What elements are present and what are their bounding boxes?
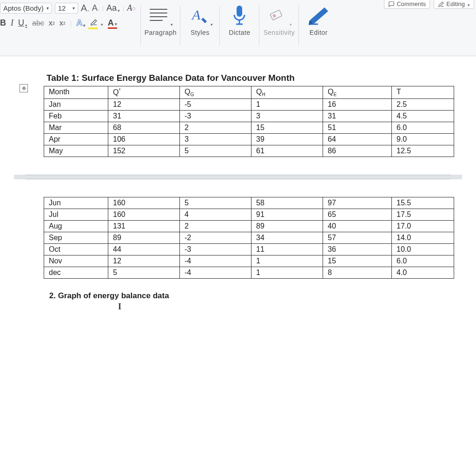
table-cell[interactable]: 3 (251, 111, 323, 122)
table-cell[interactable]: Jan (44, 99, 108, 111)
table-cell[interactable]: 36 (323, 244, 392, 255)
table-cell[interactable]: 15.5 (392, 197, 454, 209)
table-cell[interactable]: 2 (180, 221, 251, 232)
font-size-selector[interactable]: 12 ▾ (55, 3, 78, 13)
table-cell[interactable]: 12 (108, 255, 180, 267)
table-row[interactable]: Oct44-3113610.0 (44, 244, 454, 255)
table-cell[interactable]: 31 (323, 111, 392, 122)
table-row[interactable]: dec5-4184.0 (44, 267, 454, 279)
table-cell[interactable]: Oct (44, 244, 108, 255)
table-cell[interactable]: -4 (180, 267, 251, 279)
table-cell[interactable]: 152 (108, 145, 180, 157)
table-cell[interactable]: 17.0 (392, 221, 454, 232)
highlight-color-button[interactable]: ▾ (90, 19, 103, 28)
table-cell[interactable]: 2 (180, 122, 251, 134)
text-effects-button[interactable]: A▾ (76, 18, 86, 28)
table-row[interactable]: Jan12-51162.5 (44, 99, 454, 111)
table-cell[interactable]: 3 (180, 134, 251, 145)
table-cell[interactable]: 58 (251, 197, 323, 209)
table-cell[interactable]: 2.5 (392, 99, 454, 111)
bold-button[interactable]: B (0, 18, 6, 28)
table-cell[interactable]: 68 (108, 122, 180, 134)
document-canvas[interactable]: Table 1: Surface Energy Balance Data for… (0, 56, 476, 471)
table-cell[interactable]: 5 (108, 267, 180, 279)
table-cell[interactable]: 31 (108, 111, 180, 122)
increase-font-size-button[interactable]: A^ (81, 3, 89, 13)
font-color-button[interactable]: A▾ (108, 18, 117, 28)
table-cell[interactable]: 4.5 (392, 111, 454, 122)
table-cell[interactable]: Apr (44, 134, 108, 145)
underline-button[interactable]: U▾ (18, 18, 27, 28)
table-cell[interactable]: Aug (44, 221, 108, 232)
italic-button[interactable]: I (11, 18, 13, 28)
table-cell[interactable]: 15 (323, 255, 392, 267)
table-cell[interactable]: 16 (323, 99, 392, 111)
table-row[interactable]: Nov12-41156.0 (44, 255, 454, 267)
energy-balance-table-1[interactable]: MonthQ*QGQHQETJan12-51162.5Feb31-33314.5… (44, 86, 454, 157)
table-cell[interactable]: 11 (251, 244, 323, 255)
table-cell[interactable]: 10.0 (392, 244, 454, 255)
change-case-button[interactable]: Aa ▾ (106, 3, 120, 13)
table-cell[interactable]: 1 (251, 99, 323, 111)
table-cell[interactable]: May (44, 145, 108, 157)
table-cell[interactable]: -4 (180, 255, 251, 267)
table-cell[interactable]: 97 (323, 197, 392, 209)
table-row[interactable]: Mar68215516.0 (44, 122, 454, 134)
table-cell[interactable]: 40 (323, 221, 392, 232)
table-cell[interactable]: -5 (180, 99, 251, 111)
table-cell[interactable]: Mar (44, 122, 108, 134)
table-cell[interactable]: -3 (180, 111, 251, 122)
table-cell[interactable]: 15 (251, 122, 323, 134)
table-cell[interactable]: 14.0 (392, 232, 454, 244)
table-cell[interactable]: 6.0 (392, 122, 454, 134)
table-cell[interactable]: 4.0 (392, 267, 454, 279)
decrease-font-size-button[interactable]: Aˇ (92, 3, 99, 13)
table-cell[interactable]: 64 (323, 134, 392, 145)
table-cell[interactable]: 8 (323, 267, 392, 279)
table-cell[interactable]: 89 (251, 221, 323, 232)
table-row[interactable]: May1525618612.5 (44, 145, 454, 157)
table-cell[interactable]: 9.0 (392, 134, 454, 145)
table-cell[interactable]: 106 (108, 134, 180, 145)
table-cell[interactable]: 160 (108, 209, 180, 221)
table-row[interactable]: Feb31-33314.5 (44, 111, 454, 122)
table-cell[interactable]: 91 (251, 209, 323, 221)
table-cell[interactable]: 12 (108, 99, 180, 111)
dictate-button[interactable]: Dictate (220, 3, 259, 54)
table-cell[interactable]: 44 (108, 244, 180, 255)
table-cell[interactable]: 17.5 (392, 209, 454, 221)
editing-mode-button[interactable]: Editing ▾ (434, 0, 474, 9)
table-cell[interactable]: 65 (323, 209, 392, 221)
table-cell[interactable]: 1 (251, 255, 323, 267)
table-cell[interactable]: Jun (44, 197, 108, 209)
table-cell[interactable]: 89 (108, 232, 180, 244)
table-cell[interactable]: 160 (108, 197, 180, 209)
table-cell[interactable]: 86 (323, 145, 392, 157)
table-row[interactable]: Jun1605589715.5 (44, 197, 454, 209)
table-cell[interactable]: 61 (251, 145, 323, 157)
subscript-button[interactable]: x2 (49, 19, 55, 27)
font-family-selector[interactable]: Aptos (Body) ▾ (0, 3, 52, 13)
table-cell[interactable]: 4 (180, 209, 251, 221)
energy-balance-table-2[interactable]: Jun1605589715.5Jul1604916517.5Aug1312894… (44, 197, 454, 279)
table-move-handle-icon[interactable]: ✥ (20, 84, 28, 92)
table-cell[interactable]: 39 (251, 134, 323, 145)
table-cell[interactable]: 6.0 (392, 255, 454, 267)
styles-button[interactable]: A ▾ Styles (180, 3, 219, 54)
table-cell[interactable]: -3 (180, 244, 251, 255)
table-cell[interactable]: 5 (180, 197, 251, 209)
table-cell[interactable]: 5 (180, 145, 251, 157)
table-cell[interactable]: 51 (323, 122, 392, 134)
table-cell[interactable]: 57 (323, 232, 392, 244)
table-cell[interactable]: 34 (251, 232, 323, 244)
table-row[interactable]: Sep89-2345714.0 (44, 232, 454, 244)
comments-button[interactable]: Comments (384, 0, 430, 9)
paragraph-group[interactable]: ▾ Paragraph (141, 3, 180, 54)
superscript-button[interactable]: x2 (60, 19, 66, 27)
table-cell[interactable]: 131 (108, 221, 180, 232)
table-cell[interactable]: Nov (44, 255, 108, 267)
editor-button[interactable]: Editor (299, 3, 338, 54)
sensitivity-button[interactable]: ▾ Sensitivity (259, 3, 298, 54)
table-row[interactable]: Apr106339649.0 (44, 134, 454, 145)
table-row[interactable]: Jul1604916517.5 (44, 209, 454, 221)
